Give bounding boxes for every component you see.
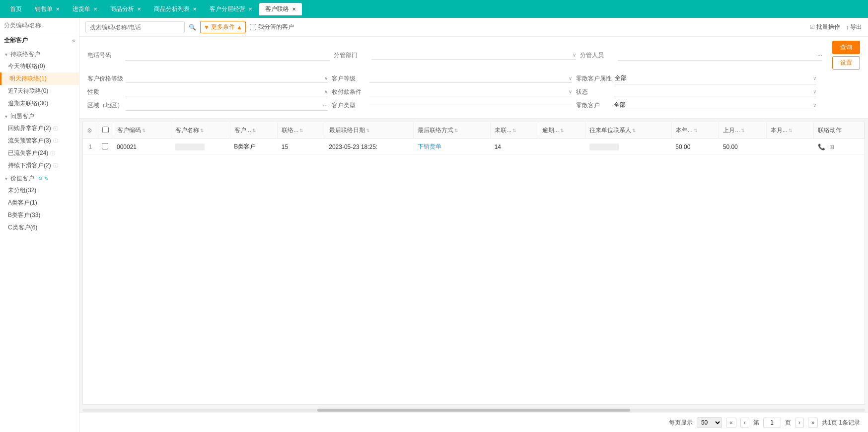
nav-item-product-analysis[interactable]: 商品分析 ✕	[104, 3, 147, 15]
edit-icon[interactable]: ✎	[44, 176, 48, 181]
prev-page-btn[interactable]: ‹	[740, 418, 749, 428]
chevron-down-icon: ∨	[324, 75, 328, 81]
row-checkbox[interactable]	[98, 139, 113, 155]
price-level-dropdown[interactable]: ∨	[126, 74, 328, 83]
nav-home[interactable]: 首页	[4, 3, 28, 15]
sidebar-item-ungroup[interactable]: 未分组(32)	[0, 184, 79, 197]
status-dropdown[interactable]: ∨	[614, 87, 816, 96]
nav-item-product-list[interactable]: 商品分析列表 ✕	[148, 3, 203, 15]
last-page-btn[interactable]: »	[808, 418, 818, 428]
row-this-year: 50.00	[671, 139, 719, 155]
pagination: 每页显示 50 100 200 « ‹ 第 页 › » 共1页 1条记录	[79, 413, 868, 432]
dept-label: 分管部门	[334, 51, 368, 60]
refresh-icon[interactable]: ↻	[38, 176, 42, 181]
sidebar-item-tomorrow[interactable]: 明天待联络(1)	[0, 72, 79, 85]
sort-icon: ⇅	[512, 128, 516, 133]
sort-icon: ⇅	[366, 128, 370, 133]
person-dropdown[interactable]: ···	[618, 50, 822, 61]
sort-icon: ⇅	[454, 128, 458, 133]
sidebar-all-customers[interactable]: 全部客户 «	[0, 33, 79, 48]
last-method-link[interactable]: 下销货单	[418, 143, 441, 150]
my-customers-checkbox-label[interactable]: 我分管的客户	[250, 23, 294, 31]
th-last-month[interactable]: 上月... ⇅	[719, 122, 766, 139]
retail-customer-dropdown[interactable]: 全部 ∨	[614, 99, 816, 111]
ellipsis-icon[interactable]: ···	[817, 52, 822, 59]
export-btn[interactable]: ↑ 导出	[846, 23, 863, 31]
filter-bar: 🔍 ▼ 更多条件 ▲ 我分管的客户 ☑ 批量操作 ↑ 导出	[79, 18, 868, 37]
th-unit-contact[interactable]: 往来单位联系人 ⇅	[585, 122, 672, 139]
next-page-btn[interactable]: ›	[795, 418, 804, 428]
search-input[interactable]	[85, 21, 185, 33]
close-icon[interactable]: ✕	[248, 6, 252, 12]
table-row: 1 000021 Ea B类客户 15 2023-05-23 18:25: 下销…	[83, 139, 865, 155]
close-icon[interactable]: ✕	[93, 6, 97, 12]
th-this-month[interactable]: 本月... ⇅	[766, 122, 813, 139]
th-type[interactable]: 客户... ⇅	[230, 122, 277, 139]
row-last-method[interactable]: 下销货单	[414, 139, 491, 155]
row-select-checkbox[interactable]	[102, 143, 108, 149]
per-page-select[interactable]: 50 100 200	[697, 417, 722, 428]
phone-input[interactable]	[125, 50, 330, 61]
checkbox-icon: ☑	[810, 24, 815, 30]
nav-item-customer-contact[interactable]: 客户联络 ✕	[259, 3, 302, 15]
th-checkbox[interactable]	[98, 122, 113, 139]
sidebar-item-7days[interactable]: 近7天待联络(0)	[0, 85, 79, 97]
th-this-year[interactable]: 本年... ⇅	[671, 122, 719, 139]
sidebar-search-input[interactable]	[4, 22, 78, 29]
th-last-date[interactable]: 最后联络日期 ⇅	[325, 122, 414, 139]
my-customers-checkbox[interactable]	[250, 24, 256, 30]
dept-dropdown[interactable]: ∨	[371, 51, 576, 60]
sidebar-item-a-class[interactable]: A类客户(1)	[0, 197, 79, 209]
select-all-checkbox[interactable]	[102, 127, 109, 133]
first-page-btn[interactable]: «	[726, 418, 736, 428]
sidebar-group-value[interactable]: ▼ 价值客户 ↻ ✎	[0, 172, 79, 184]
th-name[interactable]: 客户名称 ⇅	[171, 122, 230, 139]
close-icon[interactable]: ✕	[292, 6, 296, 12]
page-input[interactable]	[763, 418, 781, 428]
th-code[interactable]: 客户编码 ⇅	[113, 122, 171, 139]
sidebar-item-c-class[interactable]: C类客户(6)	[0, 221, 79, 234]
scrollbar-thumb[interactable]	[317, 409, 630, 412]
setting-btn[interactable]: 设置	[832, 56, 860, 70]
th-overdue[interactable]: 逾期... ⇅	[538, 122, 585, 139]
phone-action-icon[interactable]: 📞	[818, 144, 825, 150]
sidebar-item-declining[interactable]: 持续下滑客户(2) ⓘ	[0, 159, 79, 172]
sidebar-item-b-class[interactable]: B类客户(33)	[0, 209, 79, 221]
area-dropdown[interactable]: ···	[126, 100, 328, 111]
retail-attr-dropdown[interactable]: 全部 ∨	[615, 72, 816, 84]
sidebar-group-problem[interactable]: ▼ 问题客户	[0, 110, 79, 122]
th-gear[interactable]: ⚙	[83, 122, 98, 139]
filter-row-4: 区域（地区） ··· 客户类型 零散客户 全部	[87, 99, 860, 111]
horizontal-scrollbar[interactable]	[79, 408, 868, 413]
nav-item-customer-tier[interactable]: 客户分层经营 ✕	[204, 3, 258, 15]
sidebar-item-churn-warning[interactable]: 流失预警客户(3) ⓘ	[0, 135, 79, 147]
search-btn-icon[interactable]: 🔍	[189, 24, 196, 31]
sidebar-group-pending[interactable]: ▼ 待联络客户	[0, 48, 79, 60]
th-unreached[interactable]: 未联... ⇅	[491, 122, 538, 139]
payment-dropdown[interactable]: ∨	[369, 87, 572, 96]
close-icon[interactable]: ✕	[137, 6, 141, 12]
batch-op-btn[interactable]: ☑ 批量操作	[810, 23, 840, 31]
chevron-down-icon: ∨	[573, 52, 576, 58]
th-last-method[interactable]: 最后联络方式 ⇅	[414, 122, 491, 139]
close-icon[interactable]: ✕	[56, 6, 60, 12]
nature-dropdown[interactable]: ∨	[125, 87, 328, 96]
sidebar-item-today[interactable]: 今天待联络(0)	[0, 60, 79, 72]
ellipsis-icon[interactable]: ···	[323, 102, 328, 109]
customer-type-dropdown[interactable]	[369, 104, 572, 107]
sidebar-item-abnormal[interactable]: 回购异常客户(2) ⓘ	[0, 122, 79, 135]
close-icon[interactable]: ✕	[193, 6, 197, 12]
row-type: B类客户	[230, 139, 277, 155]
customer-type-label: 客户类型	[332, 101, 366, 110]
total-label: 共1页 1条记录	[822, 419, 860, 427]
row-overdue	[538, 139, 585, 155]
query-btn[interactable]: 查询	[832, 41, 860, 54]
more-conditions-btn[interactable]: ▼ 更多条件 ▲	[200, 21, 246, 33]
nav-item-purchase[interactable]: 进货单 ✕	[67, 3, 103, 15]
sidebar-item-overdue[interactable]: 逾期未联络(30)	[0, 97, 79, 110]
sidebar-item-churned[interactable]: 已流失客户(24) ⓘ	[0, 147, 79, 159]
customer-level-dropdown[interactable]: ∨	[369, 74, 572, 83]
grid-action-icon[interactable]: ⊞	[829, 144, 834, 150]
th-contacts[interactable]: 联络... ⇅	[278, 122, 325, 139]
nav-item-sales[interactable]: 销售单 ✕	[29, 3, 66, 15]
